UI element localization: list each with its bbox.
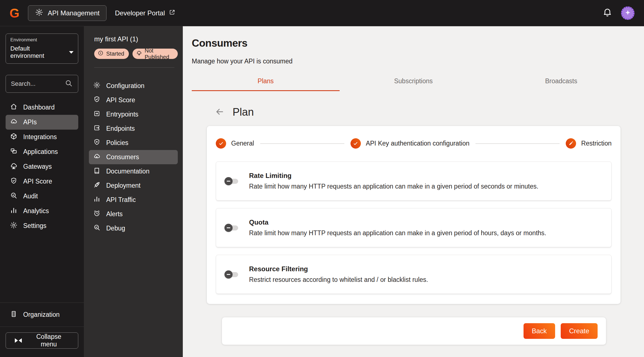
back-button[interactable]: Back (524, 323, 555, 339)
step-restriction[interactable]: Restriction (566, 138, 612, 149)
step-label: API Key authentication configuration (366, 140, 470, 147)
bar-chart-icon (10, 206, 18, 216)
step-connector (260, 143, 344, 144)
resource-filtering-toggle[interactable] (224, 270, 238, 279)
step-label: Restriction (581, 140, 612, 147)
cube-icon (10, 132, 18, 142)
gear-icon (35, 8, 43, 18)
step-general[interactable]: General (216, 138, 254, 149)
environment-selector[interactable]: Environment Default environment (6, 34, 78, 64)
alarm-clock-icon (93, 210, 101, 219)
box-arrow-out-icon (93, 124, 101, 133)
api-management-switcher[interactable]: API Management (28, 5, 106, 21)
rate-limiting-toggle[interactable] (224, 177, 238, 185)
user-avatar[interactable] (621, 6, 634, 20)
home-icon (10, 103, 18, 112)
api-item-entrypoints[interactable]: Entrypoints (89, 107, 178, 122)
api-item-label: Debug (106, 225, 125, 232)
sidebar-item-label: Gateways (23, 163, 52, 170)
shield-check-icon (93, 96, 101, 105)
api-item-deployment[interactable]: Deployment (89, 178, 178, 193)
sidebar-item-label: Organization (23, 311, 60, 318)
sidebar-item-organization[interactable]: Organization (6, 307, 78, 322)
toggle-thumb-minus-icon (224, 177, 233, 185)
sidebar-bottom: Organization Collapse menu (6, 303, 78, 349)
sidebar-item-dashboard[interactable]: Dashboard (6, 100, 78, 115)
restriction-description: Restrict resources according to whitelis… (249, 276, 428, 284)
rocket-icon (93, 181, 101, 190)
api-item-label: Endpoints (106, 125, 135, 132)
main-content: Consumers Manage how your API is consume… (183, 26, 644, 357)
sidebar-item-apis[interactable]: APIs (6, 115, 78, 130)
search-check-icon (93, 224, 101, 233)
sidebar-item-integrations[interactable]: Integrations (6, 130, 78, 144)
notifications-button[interactable] (602, 7, 613, 19)
sidebar-item-gateways[interactable]: Gateways (6, 159, 78, 174)
api-name: my first API (1) (94, 35, 178, 43)
top-bar: G API Management Developer Portal (0, 0, 644, 26)
sidebar-item-api-score[interactable]: API Score (6, 174, 78, 189)
restriction-title: Resource Filtering (249, 265, 428, 273)
api-item-label: Policies (106, 139, 128, 147)
environment-value: Default environment (10, 45, 65, 59)
api-item-configuration[interactable]: Configuration (89, 79, 178, 93)
developer-portal-link[interactable]: Developer Portal (115, 9, 176, 17)
sidebar-search (6, 75, 78, 93)
app-window: G API Management Developer Portal (0, 0, 644, 357)
restriction-card-resource-filtering: Resource Filtering Restrict resources ac… (216, 255, 612, 294)
api-item-api-score[interactable]: API Score (89, 93, 178, 107)
gravitee-logo[interactable]: G (10, 7, 20, 20)
collapse-menu-button[interactable]: Collapse menu (6, 332, 78, 349)
restriction-title: Quota (249, 218, 546, 226)
api-item-label: API Score (106, 96, 135, 104)
restriction-text: Quota Rate limit how many HTTP requests … (249, 218, 546, 237)
page-title: Consumers (192, 37, 635, 49)
api-item-label: Documentation (106, 168, 150, 175)
tab-plans[interactable]: Plans (192, 77, 340, 91)
plan-stepper: General API Key authentication configura… (216, 138, 612, 149)
sidebar-item-audit[interactable]: Audit (6, 189, 78, 204)
sidebar-item-analytics[interactable]: Analytics (6, 204, 78, 218)
arrow-left-icon (215, 107, 225, 118)
api-item-alerts[interactable]: Alerts (89, 207, 178, 221)
api-item-api-traffic[interactable]: API Traffic (89, 193, 178, 207)
plan-header: Plan (207, 106, 621, 118)
main-sidebar: Environment Default environment Dashboar… (0, 26, 84, 357)
collapse-icon (15, 338, 22, 343)
product-label: API Management (48, 9, 100, 17)
tab-subscriptions[interactable]: Subscriptions (340, 77, 487, 91)
api-item-endpoints[interactable]: Endpoints (89, 122, 178, 136)
restriction-description: Rate limit how many HTTP requests an app… (249, 229, 546, 237)
sidebar-item-settings[interactable]: Settings (6, 218, 78, 233)
sidebar-item-label: Integrations (23, 133, 57, 141)
step-api-key-auth[interactable]: API Key authentication configuration (351, 138, 470, 149)
sidebar-item-label: APIs (23, 118, 37, 126)
tab-broadcasts[interactable]: Broadcasts (487, 77, 635, 91)
quota-toggle[interactable] (224, 224, 238, 232)
sidebar-item-applications[interactable]: Applications (6, 144, 78, 159)
back-arrow-button[interactable] (215, 107, 225, 118)
cloud-gear-icon (10, 118, 18, 127)
create-button[interactable]: Create (561, 323, 598, 339)
restriction-text: Rate Limiting Rate limit how many HTTP r… (249, 172, 538, 190)
sidebar-item-label: Audit (23, 192, 38, 200)
page-subtitle: Manage how your API is consumed (192, 58, 635, 65)
cloud-node-icon (10, 162, 18, 172)
sidebar-item-label: Applications (23, 148, 58, 156)
external-link-icon (169, 9, 176, 17)
api-item-policies[interactable]: Policies (89, 136, 178, 150)
api-item-documentation[interactable]: Documentation (89, 164, 178, 178)
book-icon (93, 167, 101, 176)
sidebar-item-label: Analytics (23, 207, 49, 215)
search-input[interactable] (11, 80, 61, 87)
building-icon (10, 310, 18, 320)
cloud-x-icon (136, 50, 142, 58)
gear-icon (93, 81, 101, 91)
bar-chart-icon (93, 195, 101, 204)
portal-label: Developer Portal (115, 9, 165, 17)
pencil-icon (566, 138, 576, 149)
api-item-consumers[interactable]: Consumers (89, 150, 178, 164)
api-item-debug[interactable]: Debug (89, 221, 178, 235)
body-row: Environment Default environment Dashboar… (0, 26, 644, 357)
api-status-badges: Started Not Published (94, 49, 178, 59)
